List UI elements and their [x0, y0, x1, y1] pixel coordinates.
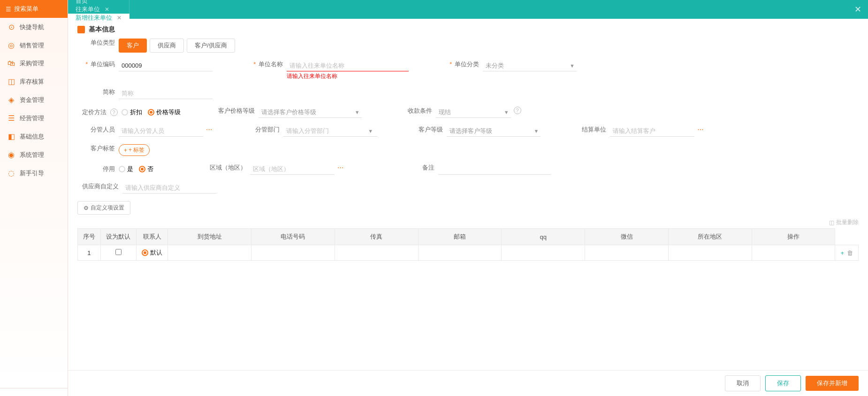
table-row: 1默认+🗑: [78, 245, 859, 261]
cell-phone-0[interactable]: [335, 245, 418, 261]
default-checkbox-0[interactable]: [115, 249, 122, 255]
payment-terms-select[interactable]: 现结: [436, 107, 511, 117]
discount-radio-item[interactable]: 折扣: [122, 108, 142, 116]
save-new-button[interactable]: 保存并新增: [806, 376, 859, 391]
pricing-help-icon[interactable]: ?: [110, 109, 118, 116]
supplier-custom-row: 供应商自定义: [82, 182, 854, 194]
customer-price-level-group: 客户价格等级 请选择客户价格等级 ▼: [218, 107, 362, 118]
region-group: 区域（地区） ···: [210, 163, 345, 175]
customer-price-level-label: 客户价格等级: [218, 107, 255, 115]
code-name-category-row: * 单位编码 * 单位名称 请输入往来单位名称: [82, 60, 854, 80]
both-btn[interactable]: 客户/供应商: [187, 39, 235, 53]
sidebar-item-sales[interactable]: ◎销售管理: [0, 36, 68, 54]
payment-terms-select-wrapper: 现结 ▼: [436, 107, 511, 118]
customer-btn[interactable]: 客户: [119, 39, 147, 53]
tab-new-partner[interactable]: 新增往来单位✕: [68, 14, 129, 22]
del-row-btn-0[interactable]: 🗑: [847, 249, 853, 256]
cell-default-0[interactable]: [100, 245, 136, 261]
cell-seq-0: 1: [78, 245, 101, 261]
region-dots-btn[interactable]: ···: [335, 163, 345, 172]
yes-radio-dot: [119, 166, 125, 172]
price-level-select[interactable]: 请选择客户价格等级: [259, 107, 362, 117]
payment-terms-label: 收款条件: [399, 107, 432, 115]
manager-input[interactable]: [119, 125, 203, 137]
unit-name-input[interactable]: [287, 60, 409, 71]
sidebar-item-quick-nav[interactable]: ⊙快捷导航: [0, 18, 68, 36]
add-row-btn-0[interactable]: +: [840, 249, 844, 256]
cell-contact-0[interactable]: [168, 245, 251, 261]
yes-radio-item[interactable]: 是: [119, 165, 133, 173]
sidebar-item-finance[interactable]: ◈资金管理: [0, 91, 68, 109]
batch-delete-label[interactable]: 批量删除: [836, 218, 859, 226]
save-button[interactable]: 保存: [765, 375, 801, 391]
disabled-group: 停用 是 否: [82, 165, 153, 173]
cell-radio-0[interactable]: 默认: [136, 245, 168, 261]
settlement-unit-dots-btn[interactable]: ···: [695, 125, 705, 134]
wechat-input-0[interactable]: [677, 250, 743, 256]
price-level-radio-label: 价格等级: [156, 108, 181, 116]
unit-type-buttons: 客户 供应商 客户/供应商: [119, 39, 235, 53]
manager-group: 分管人员 ···: [82, 125, 214, 137]
customer-level-group: 客户等级 请选择客户等级 ▼: [410, 125, 541, 137]
cell-action-0[interactable]: +🗑: [835, 245, 859, 261]
short-name-input[interactable]: [119, 88, 213, 99]
tab-partner-list[interactable]: 往来单位✕: [68, 5, 129, 14]
sidebar-item-basic-info[interactable]: ◧基础信息: [0, 127, 68, 146]
col-header-传真: 传真: [335, 229, 418, 245]
sidebar-item-purchase[interactable]: 🛍采购管理: [0, 54, 68, 72]
sidebar-item-inventory[interactable]: ◫库存核算: [0, 72, 68, 91]
sidebar-item-system[interactable]: ◉系统管理: [0, 146, 68, 164]
add-tag-button[interactable]: + + 标签: [119, 144, 150, 156]
tab-close-new-partner[interactable]: ✕: [117, 15, 122, 21]
cell-region-0[interactable]: [752, 245, 835, 261]
sidebar-icon-operations: ☰: [7, 114, 16, 123]
sidebar-label-guide: 新手引导: [20, 169, 44, 178]
department-input[interactable]: [283, 125, 368, 136]
cell-wechat-0[interactable]: [668, 245, 752, 261]
col-header-微信: 微信: [585, 229, 669, 245]
region-input-0[interactable]: [761, 250, 827, 256]
tab-label-new-partner: 新增往来单位: [76, 14, 112, 22]
default-radio-dot-0: [142, 249, 148, 256]
cell-address-0[interactable]: [251, 245, 335, 261]
cell-qq-0[interactable]: [585, 245, 669, 261]
tab-home[interactable]: 首页: [68, 0, 129, 5]
manager-dots-btn[interactable]: ···: [204, 125, 214, 134]
supplier-btn[interactable]: 供应商: [150, 39, 184, 53]
address-input-0[interactable]: [260, 250, 326, 256]
sidebar-item-operations[interactable]: ☰经营管理: [0, 109, 68, 127]
phone-input-0[interactable]: [343, 250, 410, 256]
search-menu[interactable]: ☰ 搜索菜单: [0, 0, 68, 18]
payment-terms-help-icon[interactable]: ?: [514, 107, 521, 114]
unit-category-select[interactable]: 未分类: [483, 60, 577, 71]
disabled-label: 停用: [82, 165, 115, 173]
cancel-button[interactable]: 取消: [725, 375, 761, 391]
settlement-unit-group: 结算单位 ···: [573, 125, 705, 137]
col-header-序号: 序号: [78, 229, 101, 245]
sidebar-item-guide[interactable]: ◌新手引导: [0, 164, 68, 182]
region-input[interactable]: [250, 163, 335, 175]
supplier-custom-input[interactable]: [122, 182, 216, 194]
qq-input-0[interactable]: [594, 250, 660, 256]
fax-input-0[interactable]: [426, 250, 493, 256]
unit-code-input[interactable]: [119, 60, 213, 71]
price-level-radio-item[interactable]: 价格等级: [148, 108, 181, 116]
tab-close-partner-list[interactable]: ✕: [105, 6, 109, 13]
no-radio-item[interactable]: 否: [139, 165, 153, 173]
sidebar-icon-inventory: ◫: [7, 77, 16, 86]
email-input-0[interactable]: [510, 250, 576, 256]
contact-input-0[interactable]: [176, 250, 243, 256]
col-header-邮箱: 邮箱: [418, 229, 502, 245]
payment-terms-group: 收款条件 现结 ▼ ?: [399, 107, 521, 118]
cell-fax-0[interactable]: [418, 245, 502, 261]
settlement-unit-input[interactable]: [610, 125, 694, 137]
window-close-button[interactable]: ✕: [848, 4, 868, 15]
disabled-row: 停用 是 否 区域（地区）: [82, 163, 854, 175]
section-icon: [77, 26, 85, 33]
contact-table: 序号设为默认联系人到货地址电话号码传真邮箱qq微信所在地区操作 1默认+🗑: [77, 228, 859, 261]
custom-settings-button[interactable]: ⚙ 自定义项设置: [77, 201, 130, 215]
discount-radio-dot: [122, 109, 128, 116]
customer-level-select[interactable]: 请选择客户等级: [447, 125, 541, 136]
remark-input[interactable]: [438, 163, 551, 175]
cell-email-0[interactable]: [502, 245, 585, 261]
